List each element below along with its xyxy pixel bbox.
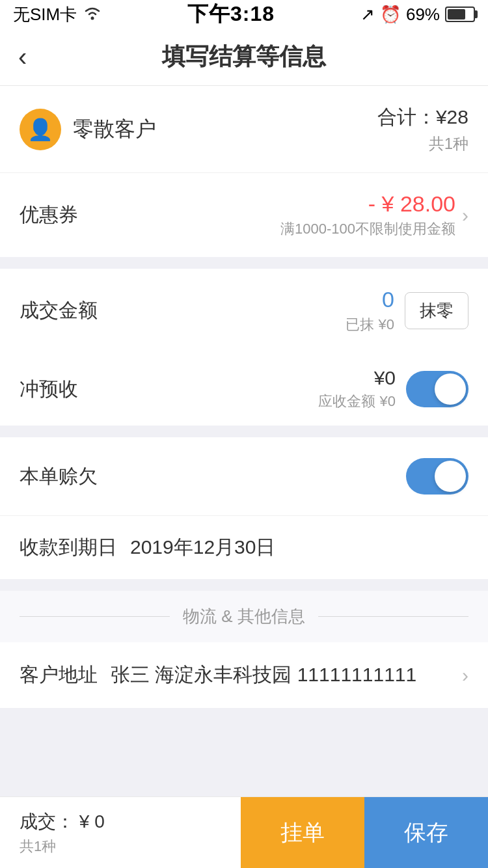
no-sim-text: 无SIM卡 <box>13 3 77 26</box>
bottom-actions: 挂单 保存 <box>241 797 488 868</box>
page-title: 填写结算等信息 <box>162 41 326 73</box>
main-content: 👤 零散客户 合计：¥28 共1种 优惠券 - ¥ 28.00 满1000-10… <box>0 86 488 850</box>
wifi-icon <box>83 5 102 25</box>
status-left: 无SIM卡 <box>13 3 102 26</box>
status-right: ↗ ⏰ 69% <box>360 5 475 25</box>
transaction-amount[interactable]: 0 <box>382 287 394 312</box>
advance-right: ¥0 应收金额 ¥0 <box>318 367 468 411</box>
round-zero-button[interactable]: 抹零 <box>405 292 468 329</box>
debt-section: 本单赊欠 收款到期日 2019年12月30日 <box>0 437 488 579</box>
debt-row: 本单赊欠 <box>0 437 488 515</box>
advance-toggle[interactable] <box>406 371 468 407</box>
advance-info: ¥0 应收金额 ¥0 <box>318 367 396 411</box>
address-value: 张三 海淀永丰科技园 11111111111 <box>111 662 462 688</box>
customer-left: 👤 零散客户 <box>20 109 156 150</box>
debt-label: 本单赊欠 <box>20 463 98 490</box>
address-chevron-icon: › <box>462 664 468 686</box>
back-button[interactable]: ‹ <box>18 42 27 72</box>
total-count: 共1种 <box>377 133 468 154</box>
bottom-summary: 成交： ¥ 0 共1种 <box>0 809 241 856</box>
bottom-deal-amount: ¥ 0 <box>79 811 105 832</box>
advance-row: 冲预收 ¥0 应收金额 ¥0 <box>0 353 488 426</box>
due-date-label: 收款到期日 <box>20 534 117 561</box>
bottom-deal-label: 成交： <box>20 811 74 832</box>
advance-amount: ¥0 <box>318 367 396 389</box>
coupon-label: 优惠券 <box>20 202 78 228</box>
save-button[interactable]: 保存 <box>364 797 488 868</box>
debt-toggle[interactable] <box>406 458 468 495</box>
advance-toggle-knob <box>435 373 466 405</box>
customer-name: 零散客户 <box>73 115 156 144</box>
debt-toggle-knob <box>435 461 466 492</box>
coupon-info: - ¥ 28.00 满1000-100不限制使用金额 <box>280 191 455 239</box>
logistics-section: 物流 & 其他信息 客户地址 张三 海淀永丰科技园 11111111111 › <box>0 591 488 708</box>
customer-right: 合计：¥28 共1种 <box>377 104 468 154</box>
logistics-line-left <box>20 616 170 617</box>
battery-icon <box>445 7 475 22</box>
customer-avatar: 👤 <box>20 109 61 150</box>
bottom-deal: 成交： ¥ 0 <box>20 809 221 834</box>
address-label: 客户地址 <box>20 662 98 688</box>
advance-label: 冲预收 <box>20 376 78 403</box>
transaction-row: 成交金额 0 已抹 ¥0 抹零 <box>0 269 488 353</box>
transaction-sub: 已抹 ¥0 <box>346 315 394 334</box>
coupon-desc: 满1000-100不限制使用金额 <box>280 219 455 239</box>
avatar-icon: 👤 <box>27 117 53 142</box>
transaction-section: 成交金额 0 已抹 ¥0 抹零 冲预收 ¥0 应收金额 ¥0 <box>0 269 488 426</box>
svg-point-0 <box>91 16 94 20</box>
address-row[interactable]: 客户地址 张三 海淀永丰科技园 11111111111 › <box>0 642 488 708</box>
bottom-count: 共1种 <box>20 837 221 856</box>
advance-sub: 应收金额 ¥0 <box>318 392 396 411</box>
logistics-label: 物流 & 其他信息 <box>183 605 305 628</box>
coupon-row[interactable]: 优惠券 - ¥ 28.00 满1000-100不限制使用金额 › <box>0 172 488 257</box>
battery-percent: 69% <box>406 5 440 25</box>
transaction-right: 0 已抹 ¥0 抹零 <box>346 287 468 334</box>
coupon-right: - ¥ 28.00 满1000-100不限制使用金额 › <box>280 191 468 239</box>
logistics-header: 物流 & 其他信息 <box>0 591 488 642</box>
status-bar: 无SIM卡 下午3:18 ↗ ⏰ 69% <box>0 0 488 29</box>
due-date-row: 收款到期日 2019年12月30日 <box>0 515 488 579</box>
bottom-bar: 成交： ¥ 0 共1种 挂单 保存 <box>0 796 488 868</box>
coupon-discount: - ¥ 28.00 <box>280 191 455 217</box>
transaction-label: 成交金额 <box>20 297 98 324</box>
coupon-chevron-icon: › <box>462 204 468 226</box>
customer-row: 👤 零散客户 合计：¥28 共1种 <box>0 86 488 172</box>
alarm-icon: ⏰ <box>380 5 401 25</box>
total-amount: 合计：¥28 <box>377 104 468 131</box>
due-date-value: 2019年12月30日 <box>130 534 275 561</box>
nav-bar: ‹ 填写结算等信息 <box>0 29 488 86</box>
status-time: 下午3:18 <box>187 0 275 29</box>
customer-section: 👤 零散客户 合计：¥28 共1种 优惠券 - ¥ 28.00 满1000-10… <box>0 86 488 257</box>
hang-button[interactable]: 挂单 <box>241 797 364 868</box>
location-icon: ↗ <box>360 5 375 25</box>
logistics-line-right <box>318 616 468 617</box>
